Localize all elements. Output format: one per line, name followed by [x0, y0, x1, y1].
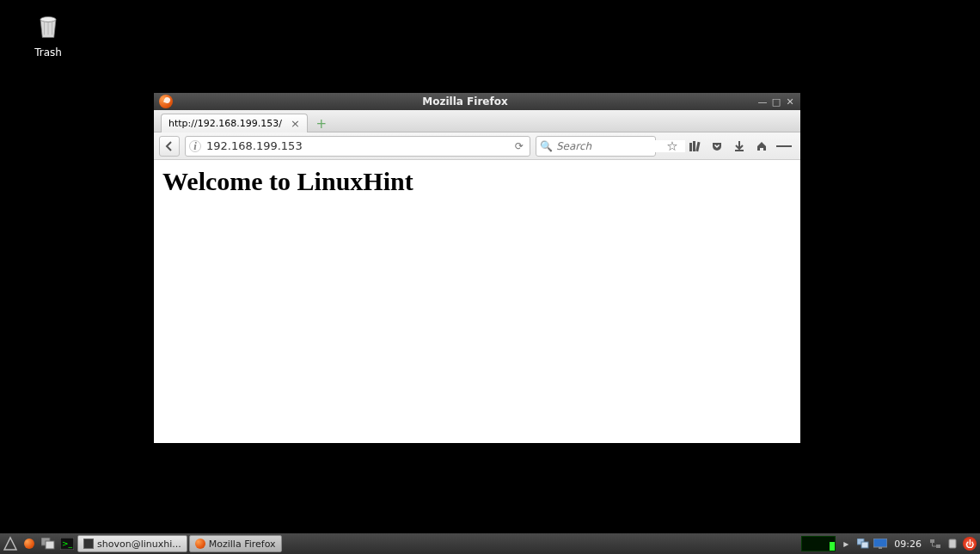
tab-close-icon[interactable]: × [291, 117, 300, 130]
launcher-firefox-icon[interactable] [21, 535, 38, 552]
tray-arrow-icon[interactable]: ▸ [839, 537, 853, 551]
library-icon[interactable] [687, 138, 702, 154]
tray-display-icon[interactable] [873, 537, 887, 551]
system-tray: ▸ 09:26 ⏻ [801, 536, 978, 551]
search-icon: 🔍 [540, 140, 553, 152]
svg-rect-1 [689, 143, 692, 151]
toolbar: i ⟳ 🔍 ☆ [154, 132, 800, 160]
url-input[interactable] [206, 139, 507, 152]
trash-label: Trash [26, 46, 70, 58]
url-bar[interactable]: i ⟳ [185, 136, 530, 157]
back-button[interactable] [159, 136, 180, 157]
firefox-window: Mozilla Firefox — □ ✕ http://192.168.199… [154, 93, 800, 443]
window-title: Mozilla Firefox [173, 95, 757, 108]
svg-rect-2 [693, 141, 695, 151]
desktop: Trash Mozilla Firefox — □ ✕ http://192.1… [0, 0, 980, 554]
taskbar-item-label: Mozilla Firefox [209, 539, 276, 550]
svg-rect-12 [930, 539, 934, 543]
bookmark-star-icon[interactable]: ☆ [665, 138, 680, 154]
app-menu-icon[interactable] [2, 535, 19, 552]
firefox-icon [159, 95, 173, 108]
taskbar-item-terminal[interactable]: shovon@linuxhi... [77, 535, 187, 552]
search-bar[interactable]: 🔍 [536, 136, 656, 157]
clock[interactable]: 09:26 [891, 539, 925, 550]
toolbar-actions: ☆ [661, 138, 795, 154]
taskbar-item-label: shovon@linuxhi... [97, 539, 181, 550]
titlebar[interactable]: Mozilla Firefox — □ ✕ [154, 93, 800, 110]
svg-point-0 [40, 17, 56, 22]
trash-icon[interactable]: Trash [26, 10, 70, 58]
page-heading: Welcome to LinuxHint [162, 167, 792, 196]
minimize-button[interactable]: — [757, 96, 768, 107]
svg-rect-13 [936, 545, 940, 548]
launcher-terminal-icon[interactable]: >_ [58, 535, 76, 552]
pocket-icon[interactable] [709, 138, 725, 154]
downloads-icon[interactable] [732, 138, 747, 154]
maximize-button[interactable]: □ [771, 96, 781, 107]
tray-network-icon[interactable] [928, 537, 942, 551]
new-tab-button[interactable]: + [313, 116, 330, 132]
page-content: Welcome to LinuxHint [154, 160, 800, 443]
svg-rect-9 [861, 542, 868, 548]
tray-info-icon[interactable] [946, 537, 959, 551]
svg-rect-3 [695, 141, 700, 151]
close-button[interactable]: ✕ [785, 96, 795, 107]
taskbar: >_ shovon@linuxhi... Mozilla Firefox ▸ 0… [0, 533, 980, 554]
taskbar-item-firefox[interactable]: Mozilla Firefox [189, 535, 282, 552]
tray-windows-icon[interactable] [856, 537, 870, 551]
site-info-icon[interactable]: i [189, 140, 201, 152]
terminal-icon [83, 539, 94, 549]
reload-icon[interactable]: ⟳ [512, 140, 526, 152]
svg-rect-10 [873, 539, 887, 547]
svg-text:>_: >_ [62, 539, 73, 548]
network-monitor-icon[interactable] [801, 536, 836, 551]
svg-rect-14 [949, 539, 956, 548]
firefox-icon [195, 539, 205, 549]
home-icon[interactable] [754, 138, 769, 154]
browser-tab[interactable]: http://192.168.199.153/ × [161, 114, 308, 132]
tab-label: http://192.168.199.153/ [168, 118, 282, 129]
window-controls: — □ ✕ [757, 96, 795, 107]
launcher-window-icon[interactable] [40, 535, 57, 552]
power-button[interactable]: ⏻ [963, 537, 977, 551]
svg-rect-5 [46, 541, 54, 549]
menu-icon[interactable] [776, 138, 792, 154]
tabstrip: http://192.168.199.153/ × + [154, 110, 800, 132]
svg-rect-11 [879, 547, 882, 549]
